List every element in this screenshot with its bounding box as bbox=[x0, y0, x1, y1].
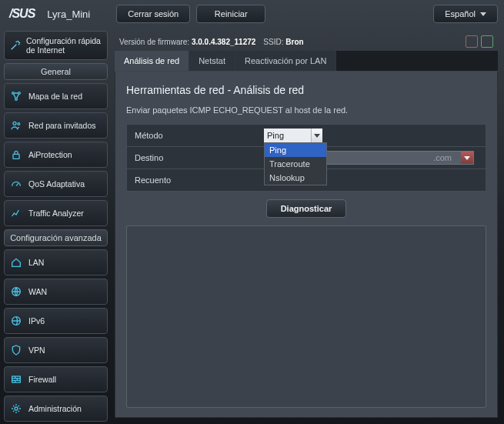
method-dropdown: Ping Traceroute Nslookup bbox=[264, 142, 327, 185]
sidebar-item-traffic-analyzer[interactable]: Traffic Analyzer bbox=[4, 200, 108, 226]
svg-point-2 bbox=[15, 98, 18, 101]
lock-icon bbox=[9, 148, 23, 162]
svg-point-4 bbox=[18, 123, 20, 125]
language-select[interactable]: Español bbox=[433, 5, 498, 23]
destination-label: Destino bbox=[127, 153, 258, 162]
sidebar-item-label: WAN bbox=[28, 287, 47, 296]
sidebar-item-label: VPN bbox=[28, 346, 45, 355]
sidebar-item-wan[interactable]: WAN bbox=[4, 279, 108, 305]
network-icon bbox=[9, 89, 23, 103]
sidebar-item-label: IPv6 bbox=[28, 316, 45, 326]
brick-icon bbox=[9, 372, 23, 386]
panel-description: Enviar paquetes ICMP ECHO_REQUEST al hos… bbox=[126, 105, 486, 115]
svg-point-9 bbox=[15, 407, 18, 410]
method-option-ping[interactable]: Ping bbox=[265, 143, 326, 157]
sidebar-item-administration[interactable]: Administración bbox=[4, 396, 108, 422]
wand-icon bbox=[9, 38, 22, 52]
info-bar: Versión de firmware: 3.0.0.4.382_11272 S… bbox=[115, 32, 498, 51]
quick-setup-label: Configuración rápida de Internet bbox=[26, 36, 102, 55]
sidebar-item-label: LAN bbox=[28, 258, 44, 267]
gauge-icon bbox=[9, 177, 23, 191]
method-selected-value: Ping bbox=[267, 131, 284, 140]
panel-title: Herramientas de red - Análisis de red bbox=[126, 84, 486, 96]
chevron-down-icon bbox=[480, 12, 486, 16]
sidebar-item-label: AiProtection bbox=[28, 150, 72, 159]
sidebar-item-vpn[interactable]: VPN bbox=[4, 337, 108, 363]
output-textarea[interactable] bbox=[126, 225, 486, 408]
section-header-advanced: Configuración avanzada bbox=[4, 229, 108, 246]
ssid-value: Bron bbox=[285, 38, 303, 46]
sidebar-item-label: Red para invitados bbox=[28, 121, 96, 130]
home-icon bbox=[9, 255, 23, 269]
count-label: Recuento bbox=[127, 175, 258, 185]
shield-icon bbox=[9, 343, 23, 357]
form-container: Método Ping Ping Traceroute Nslookup bbox=[126, 124, 486, 192]
chart-icon bbox=[9, 206, 23, 220]
sidebar-item-ipv6[interactable]: IPv6 bbox=[4, 308, 108, 334]
sidebar-item-label: Firewall bbox=[28, 375, 56, 384]
svg-rect-8 bbox=[12, 376, 21, 382]
method-option-nslookup[interactable]: Nslookup bbox=[265, 171, 326, 185]
sidebar-item-network-map[interactable]: Mapa de la red bbox=[4, 83, 108, 109]
quick-setup-button[interactable]: Configuración rápida de Internet bbox=[4, 31, 108, 60]
chevron-down-icon[interactable] bbox=[461, 152, 473, 164]
method-label: Método bbox=[127, 131, 258, 140]
language-label: Español bbox=[445, 9, 476, 18]
logout-button[interactable]: Cerrar sesión bbox=[116, 5, 190, 23]
status-icon-1[interactable] bbox=[466, 35, 478, 48]
sidebar-item-label: Mapa de la red bbox=[28, 92, 82, 101]
globe-icon bbox=[9, 314, 23, 328]
brand-logo: /SUS bbox=[6, 7, 38, 21]
section-header-general: General bbox=[4, 63, 108, 80]
diagnose-button[interactable]: Diagnosticar bbox=[266, 199, 347, 218]
sidebar-item-guest-network[interactable]: Red para invitados bbox=[4, 112, 108, 139]
svg-point-3 bbox=[13, 122, 16, 125]
firmware-label: Versión de firmware: bbox=[119, 38, 189, 46]
tab-wake-on-lan[interactable]: Reactivación por LAN bbox=[235, 51, 336, 71]
svg-point-0 bbox=[12, 92, 15, 95]
method-select[interactable]: Ping bbox=[264, 129, 322, 142]
tab-netstat[interactable]: Netstat bbox=[189, 51, 235, 71]
sidebar-item-qos[interactable]: QoS Adaptativa bbox=[4, 171, 108, 197]
chevron-down-icon bbox=[311, 129, 322, 142]
product-name: Lyra_Mini bbox=[47, 8, 90, 20]
svg-rect-5 bbox=[13, 154, 19, 159]
sidebar-item-label: Traffic Analyzer bbox=[28, 209, 84, 218]
users-icon bbox=[9, 119, 23, 132]
sidebar-item-label: QoS Adaptativa bbox=[28, 179, 85, 189]
method-option-traceroute[interactable]: Traceroute bbox=[265, 157, 326, 171]
sidebar-item-aiprotection[interactable]: AiProtection bbox=[4, 142, 108, 168]
firmware-value: 3.0.0.4.382_11272 bbox=[192, 38, 255, 46]
reboot-button[interactable]: Reiniciar bbox=[196, 5, 265, 23]
tab-network-analysis[interactable]: Análisis de red bbox=[115, 51, 189, 71]
ssid-label: SSID: bbox=[263, 38, 283, 46]
sidebar-item-firewall[interactable]: Firewall bbox=[4, 366, 108, 392]
status-icon-2[interactable] bbox=[481, 35, 493, 48]
sidebar-item-lan[interactable]: LAN bbox=[4, 249, 108, 275]
svg-point-1 bbox=[18, 92, 21, 95]
sidebar-item-label: Administración bbox=[28, 404, 82, 413]
globe-icon bbox=[9, 285, 23, 299]
gear-icon bbox=[9, 402, 23, 416]
